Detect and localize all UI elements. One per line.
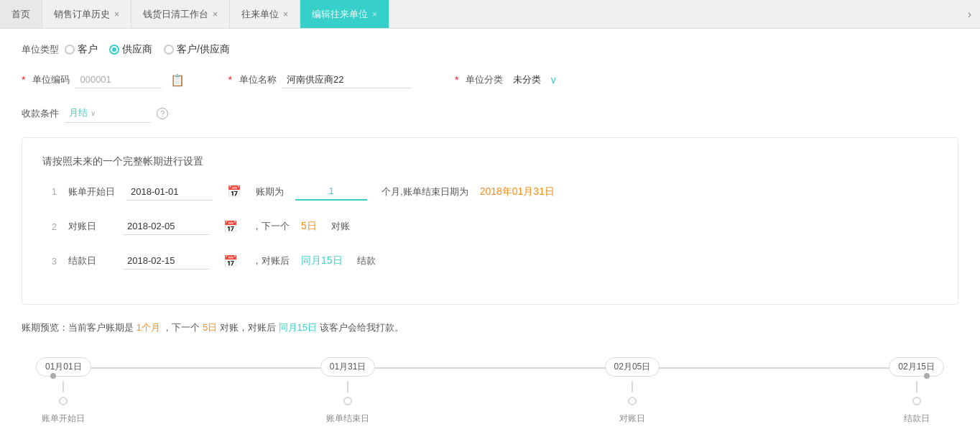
payment-row: 收款条件 月结 ∨ ? (22, 104, 958, 123)
node-dot-4 (912, 397, 921, 405)
unit-type-label: 单位类型 (22, 43, 59, 56)
tab-edit-partner[interactable]: 编辑往来单位 × (300, 0, 389, 28)
radio-circle-customer (65, 45, 75, 55)
category-value: 未分类 (513, 73, 541, 86)
node-connector-4 (916, 381, 917, 392)
code-calendar-icon[interactable]: 📋 (170, 73, 185, 87)
preview-end: 该客户会给我打款。 (320, 322, 404, 333)
radio-supplier[interactable]: 供应商 (109, 43, 152, 56)
node-dot-3 (628, 397, 637, 405)
unit-type-row: 单位类型 客户 供应商 客户/供应商 (22, 43, 958, 56)
category-dropdown-arrow: ∨ (550, 74, 557, 86)
timeline-node-1: 01月01日 账单开始日 (36, 357, 91, 425)
check-desc-suffix: 对账 (331, 220, 350, 233)
unit-type-field: 单位类型 客户 供应商 客户/供应商 (22, 43, 230, 56)
node-label-4: 结款日 (904, 413, 930, 425)
close-sales-history[interactable]: × (114, 9, 119, 19)
tab-more-button[interactable]: › (959, 0, 980, 28)
unit-info-row: * 单位编码 📋 * 单位名称 * 单位分类 未分类 ∨ (22, 70, 958, 89)
radio-label-customer: 客户 (78, 43, 98, 56)
node-label-2: 账单结束日 (326, 413, 369, 425)
period-months-input[interactable] (295, 183, 367, 201)
node-label-1: 账单开始日 (42, 413, 85, 425)
payment-date-input[interactable] (123, 252, 209, 270)
setting-row-1: 1 账单开始日 📅 账期为 个月,账单结束日期为 2018年01月31日 (42, 183, 938, 201)
timeline-node-3: 02月05日 对账日 (605, 357, 660, 425)
setting-num-1: 1 (42, 186, 57, 197)
check-date-input[interactable] (123, 218, 209, 235)
setting-row-3: 3 结款日 📅 ，对账后 同月15日 结款 (42, 252, 938, 270)
panel-title: 请按照未来的一个完整帐期进行设置 (42, 155, 938, 168)
radio-label-both: 客户/供应商 (177, 43, 230, 56)
unit-name-field: * 单位名称 (228, 71, 411, 88)
payment-desc-suffix: 结款 (357, 254, 376, 267)
tab-cashier[interactable]: 钱货日清工作台 × (131, 0, 230, 28)
timeline-node-2: 01月31日 账单结束日 (320, 357, 376, 425)
preview-check-day: 5日 (203, 322, 217, 333)
tab-home[interactable]: 首页 (0, 0, 42, 28)
required-star-name: * (228, 74, 231, 86)
payment-desc-prefix: ，对账后 (252, 254, 290, 267)
label-check-date: 对账日 (68, 220, 111, 233)
setting-num-3: 3 (42, 256, 57, 267)
period-suffix: 个月,账单结束日期为 (382, 185, 468, 198)
setting-num-2: 2 (42, 221, 57, 232)
unit-name-label: 单位名称 (239, 73, 277, 86)
preview-section: 账期预览：当前客户账期是 1个月 ，下一个 5日 对账，对账后 同月15日 该客… (22, 319, 958, 336)
tab-bar: 首页 销售订单历史 × 钱货日清工作台 × 往来单位 × 编辑往来单位 × › (0, 0, 980, 29)
radio-label-supplier: 供应商 (122, 43, 152, 56)
required-star-cat: * (455, 74, 458, 86)
preview-check-suffix: 对账，对账后 (220, 322, 276, 333)
preview-pay-day: 同月15日 (279, 322, 317, 333)
unit-category-label: 单位分类 (466, 73, 503, 86)
start-date-input[interactable] (126, 183, 213, 201)
preview-middle: ，下一个 (162, 322, 200, 333)
payment-field: 收款条件 月结 ∨ ? (22, 104, 168, 123)
timeline-left-cap (50, 373, 56, 379)
main-content: 单位类型 客户 供应商 客户/供应商 * 单位编码 (0, 29, 980, 437)
node-dot-2 (343, 397, 352, 405)
label-account-start: 账单开始日 (68, 185, 115, 198)
node-connector-2 (347, 381, 348, 392)
close-partner[interactable]: × (283, 9, 288, 19)
timeline-nodes: 01月01日 账单开始日 01月31日 账单结束日 02月05日 对账日 02月… (36, 357, 944, 425)
preview-period: 1个月 (137, 322, 160, 333)
node-dot-1 (59, 397, 68, 405)
preview-prefix: 账期预览：当前客户账期是 (22, 322, 134, 333)
unit-category-field: * 单位分类 未分类 ∨ (455, 70, 624, 89)
payment-date-calendar-icon[interactable]: 📅 (223, 254, 238, 268)
check-day-highlight: 5日 (301, 220, 317, 233)
close-cashier[interactable]: × (213, 9, 218, 19)
node-date-2: 01月31日 (320, 357, 376, 377)
check-date-calendar-icon[interactable]: 📅 (223, 220, 238, 234)
unit-category-dropdown[interactable]: 未分类 ∨ (509, 70, 624, 89)
node-connector-1 (63, 381, 64, 392)
start-date-calendar-icon[interactable]: 📅 (227, 185, 241, 198)
node-date-3: 02月05日 (605, 357, 660, 377)
radio-circle-supplier (109, 45, 119, 55)
timeline-node-4: 02月15日 结款日 (889, 357, 944, 425)
check-desc-prefix: ，下一个 (252, 220, 290, 233)
node-date-4: 02月15日 (889, 357, 944, 377)
unit-type-radio-group: 客户 供应商 客户/供应商 (65, 43, 230, 56)
payment-dropdown[interactable]: 月结 ∨ (65, 104, 151, 123)
radio-both[interactable]: 客户/供应商 (164, 43, 230, 56)
node-label-3: 对账日 (619, 413, 645, 425)
unit-code-label: 单位编码 (32, 73, 70, 86)
unit-code-input[interactable] (75, 71, 162, 88)
unit-name-input[interactable] (282, 71, 412, 88)
payment-label: 收款条件 (22, 107, 59, 120)
close-edit-partner[interactable]: × (372, 9, 377, 19)
tab-partner[interactable]: 往来单位 × (230, 0, 300, 28)
tab-sales-history[interactable]: 销售订单历史 × (42, 0, 131, 28)
payment-help-icon[interactable]: ? (157, 108, 168, 119)
required-star-code: * (22, 74, 25, 86)
radio-customer[interactable]: 客户 (65, 43, 98, 56)
node-connector-3 (632, 381, 633, 392)
label-payment-date: 结款日 (68, 254, 111, 267)
period-end-date: 2018年01月31日 (480, 185, 555, 198)
timeline-right-cap (924, 373, 930, 379)
payment-day-highlight: 同月15日 (301, 254, 343, 267)
unit-code-field: * 单位编码 📋 (22, 71, 185, 88)
radio-circle-both (164, 45, 174, 55)
